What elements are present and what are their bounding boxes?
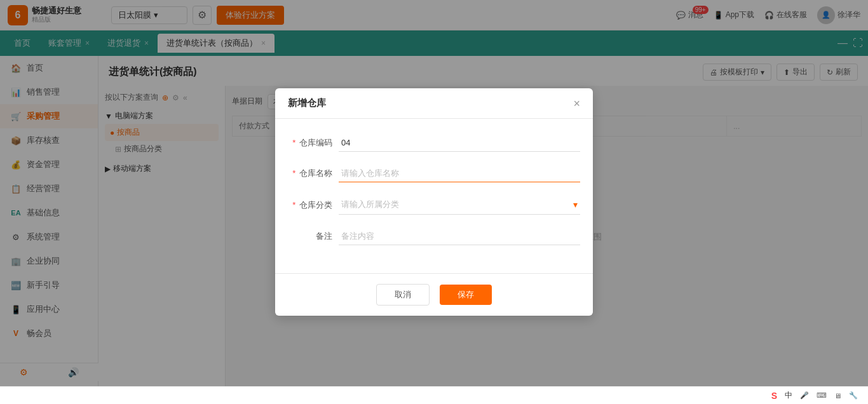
category-required-mark: * <box>292 200 295 210</box>
category-placeholder: 请输入所属分类 <box>341 199 399 210</box>
form-row-name: * 仓库名称 <box>288 165 580 182</box>
name-input[interactable] <box>339 165 580 182</box>
name-label-text: 仓库名称 <box>299 168 332 178</box>
remark-label: 备注 <box>288 231 339 242</box>
dialog-title: 新增仓库 <box>288 97 326 109</box>
bottom-icon-zh: 中 <box>785 390 792 401</box>
category-dropdown-icon: ▾ <box>573 199 578 210</box>
form-row-remark: 备注 <box>288 227 580 245</box>
form-row-category: * 仓库分类 请输入所属分类 ▾ <box>288 195 580 215</box>
category-select[interactable]: 请输入所属分类 ▾ <box>339 195 580 215</box>
modal-overlay: 新增仓库 × * 仓库编码 * 仓库名称 <box>0 0 868 404</box>
code-input[interactable] <box>339 134 580 152</box>
code-label-text: 仓库编码 <box>299 138 332 147</box>
code-label: * 仓库编码 <box>288 137 339 149</box>
form-row-code: * 仓库编码 <box>288 134 580 152</box>
dialog-header: 新增仓库 × <box>275 88 593 119</box>
name-label: * 仓库名称 <box>288 168 339 179</box>
dialog-footer: 取消 保存 <box>275 273 593 316</box>
save-button[interactable]: 保存 <box>440 285 492 305</box>
category-label: * 仓库分类 <box>288 199 339 211</box>
dialog-close-button[interactable]: × <box>573 98 580 109</box>
name-required-mark: * <box>292 168 295 178</box>
bottom-icon-tool[interactable]: 🔧 <box>849 391 858 400</box>
add-warehouse-dialog: 新增仓库 × * 仓库编码 * 仓库名称 <box>275 88 593 316</box>
category-label-text: 仓库分类 <box>299 200 332 210</box>
bottom-icon-s: S <box>771 391 777 401</box>
bottom-icon-monitor[interactable]: 🖥 <box>834 392 841 400</box>
remark-label-text: 备注 <box>316 231 332 241</box>
remark-input[interactable] <box>339 227 580 245</box>
dialog-body: * 仓库编码 * 仓库名称 * 仓库分类 请输入所属 <box>275 119 593 273</box>
global-bottom-bar: S 中 🎤 ⌨ 🖥 🔧 <box>0 386 868 404</box>
cancel-button[interactable]: 取消 <box>376 284 430 306</box>
bottom-icon-keyboard[interactable]: ⌨ <box>817 391 827 400</box>
bottom-icon-mic[interactable]: 🎤 <box>800 391 809 400</box>
code-required-mark: * <box>292 138 295 147</box>
